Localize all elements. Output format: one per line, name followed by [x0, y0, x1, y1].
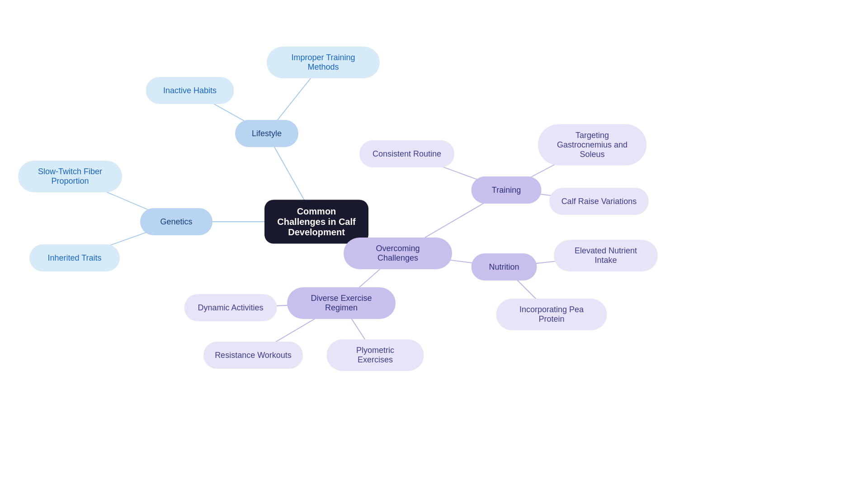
node-dynamic[interactable]: Dynamic Activities [184, 294, 277, 321]
node-diverse[interactable]: Diverse Exercise Regimen [287, 287, 396, 319]
node-inactive[interactable]: Inactive Habits [146, 77, 234, 104]
node-lifestyle[interactable]: Lifestyle [235, 120, 298, 147]
node-slow_twitch[interactable]: Slow-Twitch Fiber Proportion [18, 161, 122, 192]
node-plyometric[interactable]: Plyometric Exercises [327, 339, 424, 371]
node-calf_raise[interactable]: Calf Raise Variations [549, 188, 649, 215]
node-center[interactable]: Common Challenges in Calf Development [264, 200, 368, 244]
node-elevated[interactable]: Elevated Nutrient Intake [554, 240, 658, 271]
node-inherited[interactable]: Inherited Traits [29, 244, 120, 271]
node-overcoming[interactable]: Overcoming Challenges [344, 238, 452, 269]
node-pea_protein[interactable]: Incorporating Pea Protein [496, 299, 607, 330]
node-consistent[interactable]: Consistent Routine [359, 140, 454, 167]
node-genetics[interactable]: Genetics [140, 208, 212, 235]
node-resistance[interactable]: Resistance Workouts [203, 342, 303, 369]
node-nutrition[interactable]: Nutrition [472, 253, 537, 281]
node-training[interactable]: Training [472, 176, 542, 204]
node-improper[interactable]: Improper Training Methods [267, 47, 380, 78]
node-targeting[interactable]: Targeting Gastrocnemius and Soleus [538, 124, 646, 166]
mindmap-container: Common Challenges in Calf DevelopmentGen… [0, 0, 868, 490]
